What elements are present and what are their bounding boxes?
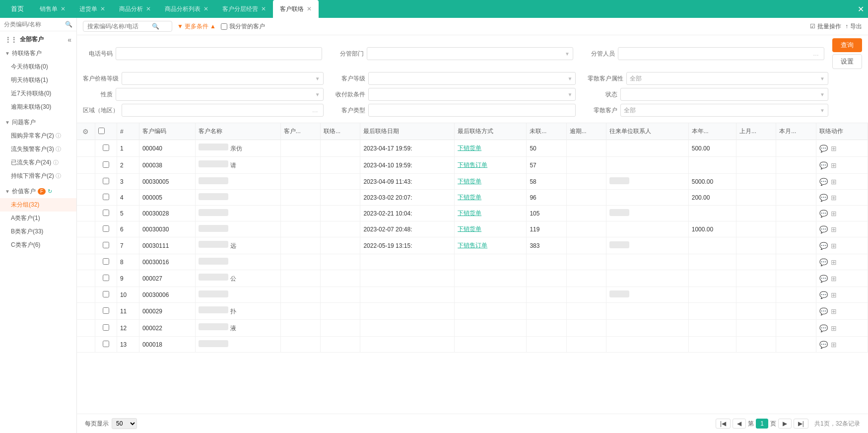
td-checkbox[interactable] (95, 190, 117, 206)
sidebar-item-overdue-pending[interactable]: 逾期未联络(30) (0, 100, 76, 114)
sidebar-item-7day-pending[interactable]: 近7天待联络(0) (0, 87, 76, 100)
page-size-select[interactable]: 50 20 100 (112, 418, 137, 429)
tab-close-product-analysis[interactable]: ✕ (146, 5, 151, 12)
manager-input[interactable]: … (618, 47, 824, 60)
tab-product-analysis-list[interactable]: 商品分析列表 ✕ (158, 0, 215, 18)
filter-search-input[interactable] (87, 23, 152, 30)
th-last-contact-date[interactable]: 最后联络日期 (360, 123, 455, 140)
td-checkbox[interactable] (95, 221, 117, 237)
td-last-contact-method[interactable] (455, 337, 527, 353)
nature-input[interactable]: ▼ (116, 88, 324, 101)
td-settings[interactable] (77, 140, 95, 157)
td-last-contact-method[interactable]: 下销售订单 (455, 237, 527, 254)
row-checkbox[interactable] (103, 341, 109, 347)
td-checkbox[interactable] (95, 157, 117, 174)
td-checkbox[interactable] (95, 270, 117, 287)
region-input[interactable]: … (122, 104, 324, 117)
grid-action-icon[interactable]: ⊞ (831, 144, 837, 152)
td-settings[interactable] (77, 270, 95, 287)
tab-purchase-order[interactable]: 进货单 ✕ (72, 0, 112, 18)
th-this-month[interactable]: 本月... (776, 123, 816, 140)
row-checkbox[interactable] (103, 258, 109, 265)
last-page-btn[interactable]: ▶| (794, 419, 808, 429)
td-last-contact-method[interactable] (455, 270, 527, 287)
sidebar-item-tomorrow-pending[interactable]: 明天待联络(1) (0, 73, 76, 87)
td-settings[interactable] (77, 174, 95, 190)
contact-method-link[interactable]: 下销货单 (458, 178, 481, 185)
grid-action-icon[interactable]: ⊞ (831, 161, 837, 169)
sidebar-item-today-pending[interactable]: 今天待联络(0) (0, 60, 76, 73)
td-checkbox[interactable] (95, 287, 117, 303)
row-checkbox[interactable] (103, 225, 109, 232)
close-window-icon[interactable]: ✕ (858, 4, 864, 14)
filter-search-icon[interactable]: 🔍 (152, 23, 159, 30)
tab-home[interactable]: 首页 (4, 0, 31, 18)
row-checkbox[interactable] (103, 161, 109, 168)
contact-method-link[interactable]: 下销售订单 (458, 161, 487, 168)
customer-type-input[interactable] (368, 104, 576, 117)
td-settings[interactable] (77, 337, 95, 353)
first-page-btn[interactable]: |◀ (716, 419, 731, 429)
th-code[interactable]: 客户编码 (139, 123, 195, 140)
td-last-contact-method[interactable] (455, 303, 527, 320)
tab-close-customer-segment[interactable]: ✕ (261, 5, 266, 12)
tab-close-product-list[interactable]: ✕ (203, 5, 208, 12)
status-input[interactable]: ▼ (620, 88, 828, 101)
th-last-month[interactable]: 上月... (736, 123, 776, 140)
grid-action-icon[interactable]: ⊞ (831, 291, 837, 299)
th-company-contact[interactable]: 往来单位联系人 (606, 123, 689, 140)
sidebar-collapse-btn[interactable]: « (67, 36, 71, 44)
tab-close-customer-contact[interactable]: ✕ (307, 5, 312, 12)
th-type[interactable]: 客户... (280, 123, 320, 140)
grid-action-icon[interactable]: ⊞ (831, 307, 837, 315)
chat-icon[interactable]: 💬 (819, 258, 828, 266)
grid-action-icon[interactable]: ⊞ (831, 225, 837, 233)
row-checkbox[interactable] (103, 178, 109, 184)
reset-button[interactable]: 设置 (832, 54, 862, 69)
td-last-contact-method[interactable]: 下销售订单 (455, 157, 527, 174)
td-checkbox[interactable] (95, 337, 117, 353)
sidebar-search-box[interactable]: 🔍 (0, 18, 76, 31)
sidebar-item-class-a[interactable]: A类客户(1) (0, 212, 76, 225)
all-customers-header[interactable]: ⋮⋮ 全部客户 « (0, 31, 76, 46)
more-conditions-btn[interactable]: ▼ 更多条件 ▲ (177, 22, 216, 31)
row-checkbox[interactable] (103, 275, 109, 281)
grid-action-icon[interactable]: ⊞ (831, 210, 837, 217)
td-checkbox[interactable] (95, 320, 117, 337)
grid-action-icon[interactable]: ⊞ (831, 242, 837, 250)
select-all-checkbox[interactable] (98, 128, 105, 134)
td-checkbox[interactable] (95, 206, 117, 221)
chat-icon[interactable]: 💬 (819, 291, 828, 299)
sidebar-item-class-b[interactable]: B类客户(33) (0, 225, 76, 238)
td-checkbox[interactable] (95, 303, 117, 320)
chat-icon[interactable]: 💬 (819, 324, 828, 332)
td-checkbox[interactable] (95, 140, 117, 157)
td-checkbox[interactable] (95, 237, 117, 254)
contact-method-link[interactable]: 下销货单 (458, 144, 481, 151)
sidebar-item-churned[interactable]: 已流失客户(24) ⓘ (0, 156, 76, 169)
td-checkbox[interactable] (95, 174, 117, 190)
tab-customer-contact[interactable]: 客户联络 ✕ (273, 0, 319, 18)
row-checkbox[interactable] (103, 144, 109, 151)
contact-method-link[interactable]: 下销售订单 (458, 242, 487, 249)
th-name[interactable]: 客户名称 (196, 123, 280, 140)
sidebar-item-declining[interactable]: 持续下滑客户(2) ⓘ (0, 169, 76, 183)
contact-method-link[interactable]: 下销货单 (458, 194, 481, 201)
grid-action-icon[interactable]: ⊞ (831, 341, 837, 349)
batch-operation-btn[interactable]: ☑ 批量操作 (810, 22, 841, 31)
retail-attr-input[interactable]: 全部 ▼ (626, 72, 828, 85)
chat-icon[interactable]: 💬 (819, 210, 828, 217)
chat-icon[interactable]: 💬 (819, 144, 828, 152)
sidebar-item-class-c[interactable]: C类客户(6) (0, 238, 76, 252)
row-checkbox[interactable] (103, 291, 109, 297)
my-customers-checkbox[interactable]: 我分管的客户 (221, 22, 265, 31)
contact-method-link[interactable]: 下销货单 (458, 210, 481, 216)
grid-action-icon[interactable]: ⊞ (831, 258, 837, 266)
sidebar-item-ungrouped[interactable]: 未分组(32) (0, 198, 76, 212)
td-last-contact-method[interactable]: 下销货单 (455, 174, 527, 190)
grid-action-icon[interactable]: ⊞ (831, 324, 837, 332)
th-checkbox[interactable] (95, 123, 117, 140)
chat-icon[interactable]: 💬 (819, 307, 828, 315)
sidebar-search-input[interactable] (4, 21, 63, 28)
price-level-input[interactable]: ▼ (122, 72, 324, 85)
